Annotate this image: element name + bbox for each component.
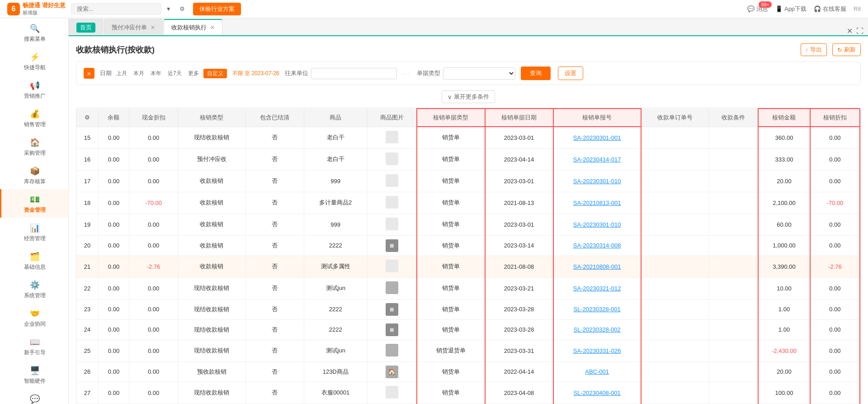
cell-receipt-order-no	[641, 361, 709, 382]
cell-include-settled: 否	[245, 382, 304, 404]
sidebar-item-marketing[interactable]: 📢 营销推广	[0, 75, 68, 104]
message-button[interactable]: 💬 消息 99+	[747, 5, 768, 13]
table-row: 15 0.00 0.00 现结收款核销 否 老白干 销货单 2023-03-01…	[76, 127, 860, 148]
cell-receipt-order-no	[641, 256, 709, 277]
sidebar-item-finance[interactable]: 💵 资金管理	[0, 189, 68, 218]
tab-cancel[interactable]: 收款核销执行 ✕	[164, 19, 222, 35]
cell-balance: 0.00	[99, 277, 129, 299]
top-bar-middle: ▼ ⚙ 休验行业方案	[71, 3, 742, 15]
service-icon: 🎧	[814, 5, 821, 12]
date-option-7days[interactable]: 近7天	[166, 69, 184, 78]
cell-cancel-discount: 0.00	[810, 148, 860, 170]
cell-include-settled: 否	[245, 192, 304, 214]
cell-no: 22	[76, 277, 99, 299]
export-button[interactable]: ↑ 导出	[801, 43, 827, 56]
cell-include-settled: 否	[245, 148, 304, 170]
cell-cash-discount: 0.00	[129, 382, 178, 404]
tab-home[interactable]: 首页	[69, 19, 103, 35]
cell-goods-img	[367, 340, 416, 361]
settings-icon[interactable]: ⚙	[176, 3, 189, 15]
sidebar-item-guide[interactable]: 📖 新手引导	[0, 332, 68, 360]
sidebar-item-quick-nav[interactable]: ⚡ 快捷导航	[0, 47, 68, 75]
from-unit-label: 往来单位	[285, 69, 308, 77]
expand-more-button[interactable]: ∨ 展开更多条件	[442, 90, 495, 103]
cell-include-settled: 否	[245, 235, 304, 256]
sidebar-item-system[interactable]: ⚙️ 系统管理	[0, 275, 68, 303]
cell-cash-discount: 0.00	[129, 299, 178, 319]
cell-receipt-order-no	[641, 235, 709, 256]
industry-dropdown[interactable]: ▼	[166, 6, 171, 12]
sidebar-item-search-menu[interactable]: 🔍 搜索菜单	[0, 18, 68, 47]
cell-cash-discount: 0.00	[129, 235, 178, 256]
prepay-tab-close-icon[interactable]: ✕	[151, 24, 155, 31]
monitor-icon: 🖥️	[30, 366, 40, 375]
sidebar-item-operations[interactable]: 📊 经营管理	[0, 218, 68, 246]
cell-cancel-type: 现结收款核销	[178, 382, 245, 404]
filter-separator: ···	[402, 70, 411, 77]
filter-expand-button[interactable]: »	[84, 68, 94, 79]
cell-no: 21	[76, 256, 99, 277]
cell-cancel-amount: 1.00	[758, 299, 810, 319]
cell-no: 23	[76, 299, 99, 319]
date-option-last-month[interactable]: 上月	[114, 69, 129, 78]
cell-balance: 0.00	[99, 170, 129, 192]
cell-cancel-bill-no: SL-20230408-001	[553, 382, 641, 404]
top-search-input[interactable]	[71, 3, 161, 14]
cell-goods: 测试jun	[304, 340, 367, 361]
bill-type-label: 单据类型	[417, 69, 440, 77]
cell-cancel-bill-date: 2022-04-14	[485, 361, 553, 382]
gear-icon: ⚙️	[30, 280, 40, 290]
sidebar-item-label: 库存核算	[24, 178, 46, 185]
cell-cancel-bill-type: 销货单	[417, 235, 485, 256]
window-close-icon[interactable]: ✕	[847, 27, 853, 35]
sidebar-item-enterprise[interactable]: 🤝 企业协同	[0, 303, 68, 332]
cell-goods: 2222	[304, 319, 367, 340]
cancel-tab-close-icon[interactable]: ✕	[210, 24, 215, 31]
cell-cancel-type: 现结收款核销	[178, 277, 245, 299]
bill-type-select[interactable]	[443, 67, 515, 80]
table-row: 18 0.00 -70.00 收款核销 否 多计量商品2 销货单 2021-08…	[76, 192, 860, 214]
sidebar-item-basic-info[interactable]: 🗂️ 基础信息	[0, 246, 68, 275]
refresh-button[interactable]: ↻ 刷新	[832, 43, 861, 56]
cell-cancel-type: 现结收款核销	[178, 299, 245, 319]
online-service-button[interactable]: 🎧 在线客服	[814, 5, 846, 13]
industry-solution-button[interactable]: 休验行业方案	[193, 3, 241, 15]
cell-receipt-condition	[709, 256, 758, 277]
cell-cash-discount: 0.00	[129, 170, 178, 192]
date-option-this-year[interactable]: 本年	[149, 69, 163, 78]
cell-cancel-amount: 3,390.00	[758, 256, 810, 277]
cell-include-settled: 否	[245, 214, 304, 235]
sidebar-item-wechat[interactable]: 💬 企业微信	[0, 389, 68, 404]
folder-icon: 🗂️	[30, 252, 40, 261]
date-option-more[interactable]: 更多	[186, 69, 201, 78]
cell-receipt-order-no	[641, 299, 709, 319]
table-row: 25 0.00 0.00 现结收款核销 否 测试jun 销货退货单 2023-0…	[76, 340, 860, 361]
date-option-custom[interactable]: 自定义	[203, 69, 227, 78]
cell-cancel-bill-date: 2023-04-08	[485, 382, 553, 404]
cell-cash-discount: 0.00	[129, 127, 178, 148]
cell-cancel-type: 收款核销	[178, 235, 245, 256]
col-header-settings[interactable]: ⚙	[76, 109, 99, 127]
cell-cancel-bill-no: ABC-001	[553, 361, 641, 382]
sidebar-item-label: 新手引导	[24, 349, 46, 356]
date-option-this-month[interactable]: 本月	[132, 69, 146, 78]
table-row: 16 0.00 0.00 预付冲应收 否 老白干 销货单 2023-04-14 …	[76, 148, 860, 170]
prepay-tab-label: 预付冲应付单	[112, 24, 147, 32]
cell-goods-img	[367, 256, 416, 277]
app-download-button[interactable]: 📱 App下载	[775, 5, 807, 13]
table-row: 22 0.00 0.00 现结收款核销 否 测试jun 销货单 2023-03-…	[76, 277, 860, 299]
tab-prepay[interactable]: 预付冲应付单 ✕	[104, 19, 163, 35]
cell-cash-discount: -2.76	[129, 256, 178, 277]
sidebar-item-sales[interactable]: 💰 销售管理	[0, 104, 68, 132]
cell-goods-img	[367, 214, 416, 235]
cell-goods-img	[367, 382, 416, 404]
cell-no: 16	[76, 148, 99, 170]
window-expand-icon[interactable]: ⛶	[856, 27, 863, 35]
sidebar-item-hardware[interactable]: 🖥️ 智能硬件	[0, 360, 68, 389]
sidebar-item-inventory[interactable]: 📦 库存核算	[0, 161, 68, 189]
cell-cancel-amount: 2,100.00	[758, 192, 810, 214]
from-unit-input[interactable]	[311, 68, 397, 79]
query-button[interactable]: 查询	[521, 67, 551, 80]
filter-settings-button[interactable]: 设置	[558, 67, 583, 80]
sidebar-item-purchase[interactable]: 🏠 采购管理	[0, 132, 68, 161]
